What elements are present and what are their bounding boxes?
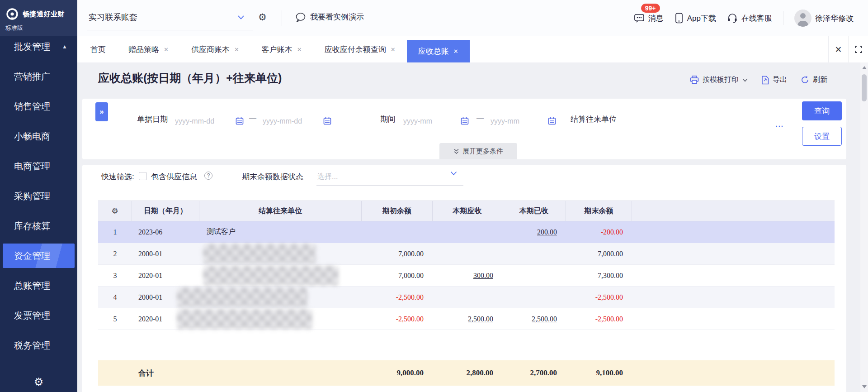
col-header-receivable[interactable]: 本期应收 xyxy=(433,201,502,221)
settings-button[interactable]: 设置 xyxy=(802,127,842,146)
scroll-up-icon[interactable] xyxy=(862,66,867,69)
table-row[interactable]: 4 2000-01 -2,500.00 -2,500.00 xyxy=(98,287,835,308)
print-by-template-button[interactable]: 按模板打印 xyxy=(690,75,748,85)
expand-more-conditions[interactable]: 展开更多条件 xyxy=(439,143,517,159)
redacted-partner-name xyxy=(203,266,339,286)
calendar-icon[interactable] xyxy=(236,117,244,125)
include-supply-label: 包含供应信息 xyxy=(151,172,197,182)
brand-logo-icon xyxy=(5,7,19,21)
sidebar-item-funds-management[interactable]: 资金管理 xyxy=(0,241,77,271)
table-row[interactable]: 3 2020-01 7,000.00 300.00 7,300.00 xyxy=(98,265,835,287)
sidebar-item-marketing[interactable]: 营销推广 xyxy=(0,62,77,91)
chevron-down-icon xyxy=(742,78,748,82)
account-settings-gear-icon[interactable]: ⚙ xyxy=(258,12,267,23)
calendar-icon[interactable] xyxy=(461,117,469,125)
avatar xyxy=(794,10,811,27)
sidebar-item-general-ledger[interactable]: 总账管理 xyxy=(0,271,77,301)
close-icon[interactable]: ✕ xyxy=(391,46,396,53)
totals-row: 合计 9,000.00 2,800.00 2,700.00 9,100.00 xyxy=(98,360,835,386)
partner-input[interactable] xyxy=(632,112,787,130)
close-icon[interactable]: ✕ xyxy=(453,48,458,55)
demo-link[interactable]: 我要看实例演示 xyxy=(295,12,364,22)
close-icon[interactable]: ✕ xyxy=(234,46,239,53)
tab-ar-ap-balance-query[interactable]: 应收应付余额查询✕ xyxy=(313,36,407,62)
doc-date-end-input[interactable] xyxy=(263,112,331,130)
refresh-button[interactable]: 刷新 xyxy=(801,75,827,85)
calendar-icon[interactable] xyxy=(548,117,556,125)
sidebar-item-procurement[interactable]: 采购管理 xyxy=(0,181,77,211)
period-end-input[interactable] xyxy=(491,112,556,130)
tab-ar-general-ledger[interactable]: 应收总账✕ xyxy=(407,40,470,62)
headset-icon xyxy=(727,13,738,24)
sidebar-item-sales-management[interactable]: 销售管理 xyxy=(0,91,77,121)
filter-panel: » 单据日期 — xyxy=(82,99,846,159)
received-amount-link[interactable]: 200.00 xyxy=(502,221,566,243)
include-supply-checkbox[interactable] xyxy=(139,172,147,180)
sidebar-item-tax-management[interactable]: 税务管理 xyxy=(0,330,77,360)
calendar-icon[interactable] xyxy=(323,117,331,125)
vertical-scrollbar[interactable] xyxy=(860,62,868,392)
period-start-input[interactable] xyxy=(403,112,469,130)
receivable-amount-link[interactable]: 300.00 xyxy=(433,265,502,286)
col-header-partner[interactable]: 结算往来单位 xyxy=(199,201,362,221)
phone-icon xyxy=(675,13,684,24)
table-row[interactable]: 1 2023-06 测试客户 200.00 -200.00 xyxy=(98,221,835,243)
col-header-opening[interactable]: 期初余额 xyxy=(362,201,433,221)
export-label: 导出 xyxy=(773,75,787,85)
page-title: 应收总账(按日期（年月）+往来单位) xyxy=(98,71,282,86)
doc-date-start-input[interactable] xyxy=(175,112,244,130)
sidebar-item-wholesale-management[interactable]: 批发管理 ▲ xyxy=(0,32,77,62)
sidebar-item-xiaochang-ecommerce[interactable]: 小畅电商 xyxy=(0,121,77,151)
redacted-partner-name xyxy=(177,309,312,329)
sidebar-item-invoice-management[interactable]: 发票管理 xyxy=(0,301,77,330)
col-header-period[interactable]: 日期（年月） xyxy=(132,201,199,221)
table-row[interactable]: 5 2020-01 -2,500.00 2,500.00 2,500.00 -2… xyxy=(98,308,835,330)
receivable-amount-link[interactable]: 2,500.00 xyxy=(433,308,502,330)
tab-gift-policy[interactable]: 赠品策略✕ xyxy=(117,36,180,62)
topbar: 实习联系账套 ⚙ 我要看实例演示 99+ xyxy=(77,0,868,36)
received-amount-link[interactable]: 2,500.00 xyxy=(502,308,566,330)
col-header-closing[interactable]: 期末余额 xyxy=(566,201,632,221)
demo-link-label: 我要看实例演示 xyxy=(310,12,364,22)
close-all-icon[interactable]: ✕ xyxy=(828,36,848,62)
online-service-button[interactable]: 在线客服 xyxy=(727,13,772,24)
scroll-down-icon[interactable] xyxy=(862,385,867,388)
period-label: 期间 xyxy=(380,114,396,124)
query-button[interactable]: 查询 xyxy=(802,101,842,120)
partner-picker-ellipsis[interactable]: ... xyxy=(775,120,784,128)
close-icon[interactable]: ✕ xyxy=(297,46,302,53)
column-settings-gear-icon[interactable]: ⚙ xyxy=(98,201,132,221)
brand-name: 畅捷通好业财 xyxy=(23,10,65,19)
scrollbar-thumb[interactable] xyxy=(862,74,867,101)
tab-home[interactable]: 首页 xyxy=(79,36,117,62)
sidebar-item-ecommerce-management[interactable]: 电商管理 xyxy=(0,151,77,181)
total-opening: 9,000.00 xyxy=(362,368,433,378)
balance-status-select[interactable]: 选择... xyxy=(316,165,463,186)
col-header-received[interactable]: 本期已收 xyxy=(502,201,566,221)
help-icon[interactable]: ? xyxy=(204,172,212,180)
account-set-select[interactable]: 实习联系账套 xyxy=(87,10,253,30)
expand-more-label: 展开更多条件 xyxy=(462,147,503,156)
partner-label: 结算往来单位 xyxy=(571,114,617,124)
export-button[interactable]: 导出 xyxy=(761,75,787,85)
collapse-filter-button[interactable]: » xyxy=(95,102,108,121)
tab-supplier-ledger[interactable]: 供应商账本✕ xyxy=(180,36,250,62)
sidebar-menu: 批发管理 ▲ 营销推广 销售管理 小畅电商 电商管理 采购管理 库存核算 资金管… xyxy=(0,32,77,360)
close-icon[interactable]: ✕ xyxy=(164,46,169,53)
app-download-button[interactable]: App下载 xyxy=(675,13,716,24)
account-set-name: 实习联系账套 xyxy=(89,13,137,22)
sidebar-item-inventory-accounting[interactable]: 库存核算 xyxy=(0,211,77,241)
user-menu[interactable]: 徐泽华修改 xyxy=(794,10,854,27)
tab-customer-ledger[interactable]: 客户账本✕ xyxy=(250,36,313,62)
brand-edition: 标准版 xyxy=(5,24,72,32)
print-by-template-label: 按模板打印 xyxy=(703,75,739,85)
messages-button[interactable]: 99+ 消息 xyxy=(634,13,664,24)
topbar-divider xyxy=(783,11,783,25)
collapse-up-icon[interactable]: ▲ xyxy=(62,32,67,62)
chevron-down-icon xyxy=(450,171,457,176)
sidebar-settings-gear-icon[interactable]: ⚙ xyxy=(34,376,44,388)
table-row[interactable]: 2 2000-01 7,000.00 7,000.00 xyxy=(98,243,835,265)
main-content: 应收总账(按日期（年月）+往来单位) 按模板打印 xyxy=(77,62,860,392)
fullscreen-icon[interactable] xyxy=(848,36,868,62)
printer-icon xyxy=(690,76,699,84)
